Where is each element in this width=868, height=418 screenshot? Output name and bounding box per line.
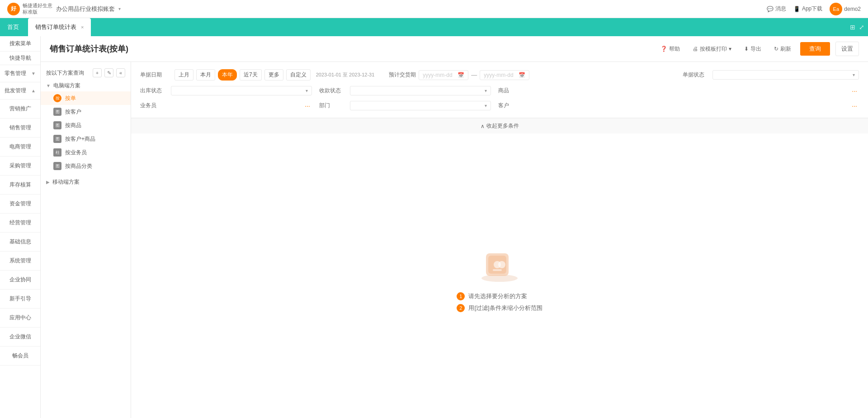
sidebar-item-marketing[interactable]: 营销推广 — [0, 100, 40, 119]
date-btn-custom[interactable]: 自定义 — [286, 69, 311, 81]
filter-row-3: 业务员 ··· 部门 ▾ 客户 — [140, 101, 859, 110]
print-icon: 🖨 — [693, 46, 698, 52]
company-dropdown-icon[interactable]: ▾ — [118, 6, 121, 11]
page-title: 销售订单统计表(按单) — [50, 43, 128, 54]
settings-button[interactable]: 设置 — [835, 42, 859, 56]
empty-hints: 1 请先选择要分析的方案 2 用[过滤]条件来缩小分析范围 — [457, 292, 542, 312]
sidebar-item-wholesale[interactable]: 批发管理 ▲ — [0, 82, 40, 100]
app-download-button[interactable]: 📱 App下载 — [793, 5, 822, 13]
tab-bar: 首页 销售订单统计表 × ⊞ ⤢ — [0, 18, 868, 36]
tab-close-icon[interactable]: × — [81, 24, 84, 30]
goods-more-icon[interactable]: ··· — [850, 87, 859, 95]
page-actions: ❓ 帮助 🖨 按模板打印 ▾ ⬇ 导出 ↻ 刷新 查询 设置 — [657, 42, 859, 56]
retail-arrow-icon: ▼ — [31, 71, 36, 76]
sidebar-item-operations[interactable]: 经营管理 — [0, 214, 40, 233]
department-select[interactable]: ▾ — [350, 101, 491, 110]
tab-pin-icon[interactable]: ⊞ — [850, 24, 855, 31]
svg-rect-5 — [493, 269, 502, 271]
sidebar-item-appcenter[interactable]: 应用中心 — [0, 309, 40, 328]
date-btn-thismonth[interactable]: 本月 — [196, 69, 215, 81]
scheme-item-by-customer-goods[interactable]: 图 按客户+商品 — [41, 132, 131, 146]
message-icon: 💬 — [767, 6, 774, 12]
sidebar-item-collab[interactable]: 企业协同 — [0, 271, 40, 290]
department-dropdown-icon: ▾ — [485, 103, 487, 108]
hint-num-1: 1 — [457, 292, 465, 300]
date-btn-lastmonth[interactable]: 上月 — [175, 69, 193, 81]
print-button[interactable]: 🖨 按模板打印 ▾ — [689, 43, 735, 55]
sidebar-item-wechat[interactable]: 企业微信 — [0, 328, 40, 347]
scheme-item-by-goods[interactable]: 图 按商品 — [41, 119, 131, 132]
status-dropdown-icon: ▾ — [853, 72, 855, 77]
date-btn-7days[interactable]: 近7天 — [240, 69, 262, 81]
user-avatar: Ea — [830, 3, 842, 15]
sidebar-item-ecommerce[interactable]: 电商管理 — [0, 138, 40, 157]
print-dropdown-icon: ▾ — [729, 46, 731, 52]
scheme-item-by-customer[interactable]: 图 按客户 — [41, 105, 131, 119]
sidebar-item-inventory[interactable]: 库存核算 — [0, 176, 40, 195]
status-select[interactable]: ▾ — [712, 70, 859, 80]
customer-label: 客户 — [498, 102, 525, 109]
sidebar: 搜索菜单 快捷导航 零售管理 ▼ 批发管理 ▲ 营销推广 销售管理 电商管理 采… — [0, 36, 41, 418]
logo-area: 好 畅捷通好生意 标准版 — [7, 3, 52, 15]
date-btn-thisyear[interactable]: 本年 — [218, 69, 237, 81]
hint-num-2: 2 — [457, 304, 465, 312]
scheme-icon-customer-goods: 图 — [53, 135, 61, 143]
user-profile[interactable]: Ea demo2 — [830, 3, 861, 15]
empty-hint-1: 1 请先选择要分析的方案 — [457, 292, 542, 300]
date-separator: — — [471, 71, 477, 78]
export-button[interactable]: ⬇ 导出 — [741, 43, 765, 55]
split-panel: 按以下方案查询 + ✎ « ▼ 电脑端方案 按 按单 — [41, 62, 868, 418]
query-button[interactable]: 查询 — [800, 42, 830, 56]
sidebar-item-retail[interactable]: 零售管理 ▼ — [0, 65, 40, 82]
content-area: 销售订单统计表(按单) ❓ 帮助 🖨 按模板打印 ▾ ⬇ 导出 ↻ 刷新 — [41, 36, 868, 418]
expected-date-start[interactable]: yyyy-mm-dd 📅 — [419, 70, 468, 80]
expected-date-group: 预计交货期 yyyy-mm-dd 📅 — yyyy-mm-dd 📅 — [389, 70, 529, 80]
refresh-button[interactable]: ↻ 刷新 — [770, 43, 795, 55]
customer-more-icon[interactable]: ··· — [850, 102, 859, 109]
sidebar-item-sales[interactable]: 销售管理 — [0, 119, 40, 138]
message-button[interactable]: 💬 消息 — [767, 5, 786, 13]
sidebar-item-member[interactable]: 畅会员 — [0, 347, 40, 366]
scheme-category-pc: ▼ 电脑端方案 — [41, 80, 131, 91]
salesperson-more-icon[interactable]: ··· — [303, 102, 312, 109]
wholesale-arrow-icon: ▲ — [31, 88, 36, 93]
page-header: 销售订单统计表(按单) ❓ 帮助 🖨 按模板打印 ▾ ⬇ 导出 ↻ 刷新 — [41, 36, 868, 62]
sidebar-item-finance[interactable]: 资金管理 — [0, 195, 40, 214]
scheme-tools: + ✎ « — [93, 68, 125, 77]
collapse-bar[interactable]: ∧ 收起更多条件 — [131, 118, 868, 133]
help-button[interactable]: ❓ 帮助 — [657, 43, 684, 55]
sidebar-item-basics[interactable]: 基础信息 — [0, 233, 40, 252]
tab-sales-stats-label: 销售订单统计表 — [35, 23, 76, 31]
tab-sales-stats[interactable]: 销售订单统计表 × — [28, 18, 91, 36]
shipment-select[interactable]: ▾ — [171, 86, 312, 95]
scheme-edit-button[interactable]: ✎ — [104, 68, 113, 77]
filter-panel: 单据日期 上月 本月 本年 近7天 更多 自定义 2023-01-01 至 20… — [131, 62, 868, 418]
date-btn-more[interactable]: 更多 — [264, 69, 283, 81]
salesperson-label: 业务员 — [140, 102, 167, 109]
sidebar-item-purchase[interactable]: 采购管理 — [0, 157, 40, 176]
tab-home[interactable]: 首页 — [0, 18, 26, 36]
logo-icon: 好 — [7, 3, 20, 15]
sidebar-item-system[interactable]: 系统管理 — [0, 252, 40, 271]
scheme-item-by-salesperson[interactable]: 柱 按业务员 — [41, 146, 131, 159]
collapse-label: 收起更多条件 — [486, 122, 519, 130]
expected-date-label: 预计交货期 — [389, 71, 416, 79]
shipment-section: 出库状态 ▾ — [140, 86, 312, 95]
shipment-label: 出库状态 — [140, 87, 167, 95]
scheme-collapse-button[interactable]: « — [116, 68, 125, 77]
export-icon: ⬇ — [744, 46, 749, 52]
svg-point-4 — [498, 261, 505, 268]
tab-expand-icon[interactable]: ⤢ — [859, 24, 864, 31]
collection-select[interactable]: ▾ — [350, 86, 491, 95]
goods-group: 商品 ··· — [498, 87, 859, 95]
company-title: 办公用品行业模拟账套 — [56, 5, 115, 13]
empty-state: 1 请先选择要分析的方案 2 用[过滤]条件来缩小分析范围 — [131, 133, 868, 418]
scheme-add-button[interactable]: + — [93, 68, 102, 77]
scheme-item-by-order[interactable]: 按 按单 — [41, 91, 131, 105]
expected-date-end[interactable]: yyyy-mm-dd 📅 — [480, 70, 529, 80]
sidebar-item-guide[interactable]: 新手引导 — [0, 290, 40, 309]
sidebar-shortcut[interactable]: 快捷导航 — [0, 52, 40, 65]
sidebar-search[interactable]: 搜索菜单 — [0, 36, 40, 52]
refresh-icon: ↻ — [774, 46, 778, 52]
scheme-item-by-category[interactable]: 图 按商品分类 — [41, 159, 131, 173]
